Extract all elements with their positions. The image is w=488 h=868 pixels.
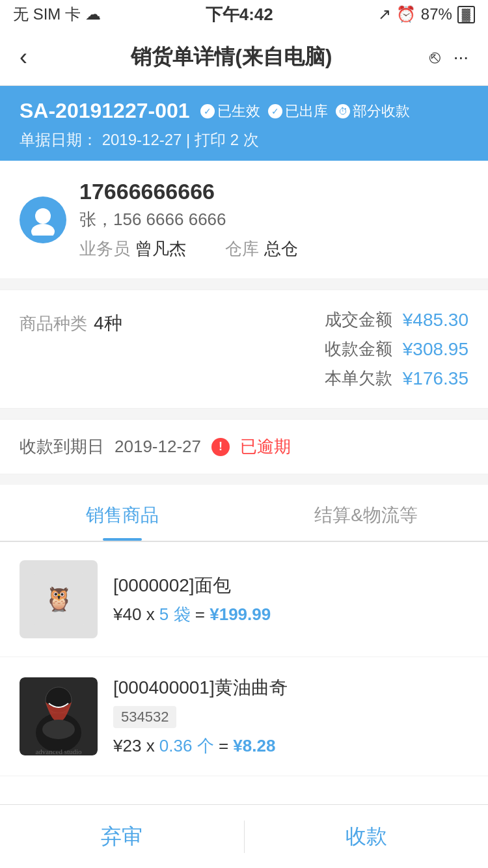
- tabs-section: 销售商品 结算&物流等: [0, 485, 488, 542]
- nav-bar: ‹ 销货单详情(来自电脑) ⎋ ···: [0, 29, 488, 86]
- warehouse: 仓库 总仓: [225, 237, 298, 260]
- date-label: 单据日期：: [20, 131, 98, 148]
- deal-value: ¥485.30: [403, 310, 468, 331]
- due-label: 收款到期日: [20, 435, 104, 458]
- status-right: ↗ ⏰ 87% ▓: [378, 5, 475, 23]
- order-header-banner: SA-20191227-001 ✓ 已生效 ✓ 已出库 ⏱ 部分收款: [0, 86, 488, 161]
- tab-settlement[interactable]: 结算&物流等: [244, 485, 488, 541]
- debt-amount-line: 本单欠款 ¥176.35: [325, 367, 468, 390]
- financial-stats: 成交金额 ¥485.30 收款金额 ¥308.95 本单欠款 ¥176.35: [325, 308, 468, 390]
- due-date: 2019-12-27: [115, 437, 201, 457]
- price-x-2: x: [146, 736, 159, 755]
- stats-row: 商品种类 4种 成交金额 ¥485.30 收款金额 ¥308.95 本单欠款 ¥…: [20, 308, 468, 390]
- clock-icon-payment: ⏱: [336, 104, 350, 118]
- nav-actions: ⎋ ···: [429, 47, 468, 68]
- check-icon-shipped: ✓: [268, 104, 282, 118]
- price-base-1: ¥40: [113, 604, 141, 624]
- debt-value: ¥176.35: [403, 368, 468, 389]
- price-total-2: ¥8.28: [233, 736, 275, 755]
- tab-products[interactable]: 销售商品: [0, 485, 244, 541]
- due-date-section: 收款到期日 2019-12-27 ! 已逾期: [0, 419, 488, 474]
- reject-button[interactable]: 弃审: [0, 809, 244, 864]
- customer-id: 17666666666: [79, 179, 468, 204]
- svg-text:🦉: 🦉: [44, 585, 74, 613]
- product-info-1: [0000002]面包 ¥40 x 5 袋 = ¥199.99: [113, 573, 468, 626]
- status-time: 下午4:42: [206, 3, 273, 26]
- customer-info: 17666666666 张，156 6666 6666 业务员 曾凡杰 仓库 总…: [79, 179, 468, 260]
- share-button[interactable]: ⎋: [429, 47, 441, 68]
- alarm-icon: ⏰: [396, 5, 416, 23]
- badge-shipped: ✓ 已出库: [268, 102, 328, 121]
- back-button[interactable]: ‹: [13, 37, 34, 77]
- header-row1: SA-20191227-001 ✓ 已生效 ✓ 已出库 ⏱ 部分收款: [20, 99, 468, 123]
- tab-products-label: 销售商品: [86, 505, 159, 525]
- svg-point-0: [35, 208, 51, 224]
- tabs-row: 销售商品 结算&物流等: [0, 485, 488, 541]
- avatar-icon: [27, 204, 59, 236]
- price-qty-1: 5: [159, 604, 169, 624]
- print-info: | 打印 2 次: [186, 131, 259, 148]
- product-sku-2: 534532: [113, 706, 176, 728]
- customer-row: 17666666666 张，156 6666 6666 业务员 曾凡杰 仓库 总…: [20, 179, 468, 260]
- bottom-bar: 弃审 收款: [0, 804, 488, 868]
- battery-label: 87%: [421, 5, 452, 23]
- more-button[interactable]: ···: [454, 47, 468, 68]
- product-price-2: ¥23 x 0.36 个 = ¥8.28: [113, 735, 468, 757]
- check-icon-effective: ✓: [200, 104, 215, 118]
- header-date-row: 单据日期： 2019-12-27 | 打印 2 次: [20, 129, 468, 150]
- overdue-icon: !: [211, 438, 230, 456]
- received-amount-line: 收款金额 ¥308.95: [325, 338, 468, 360]
- product-price-1: ¥40 x 5 袋 = ¥199.99: [113, 603, 468, 626]
- sales-value: 曾凡杰: [135, 237, 186, 260]
- category-stats: 商品种类 4种: [20, 308, 122, 336]
- sales-person: 业务员 曾凡杰: [79, 237, 186, 260]
- customer-name-phone: 张，156 6666 6666: [79, 208, 468, 231]
- warehouse-label: 仓库: [225, 237, 259, 260]
- product-thumbnail-icon-1: 🦉: [33, 573, 85, 625]
- customer-meta: 业务员 曾凡杰 仓库 总仓: [79, 237, 468, 260]
- order-date: 2019-12-27: [102, 131, 182, 148]
- status-left: 无 SIM 卡 ☁: [13, 4, 101, 25]
- price-unit-1: 袋: [174, 604, 191, 624]
- order-number: SA-20191227-001: [20, 99, 190, 123]
- price-eq-2: =: [219, 736, 233, 755]
- tab-settlement-label: 结算&物流等: [314, 505, 418, 525]
- customer-section: 17666666666 张，156 6666 6666 业务员 曾凡杰 仓库 总…: [0, 161, 488, 279]
- svg-point-1: [31, 224, 55, 236]
- product-name-1: [0000002]面包: [113, 573, 468, 598]
- status-badges: ✓ 已生效 ✓ 已出库 ⏱ 部分收款: [200, 102, 410, 121]
- price-eq-1: =: [195, 604, 210, 624]
- deal-label: 成交金额: [325, 308, 392, 331]
- overdue-text: 已逾期: [240, 435, 291, 458]
- sim-label: 无 SIM 卡 ☁: [13, 4, 101, 25]
- product-image-1: 🦉: [20, 560, 98, 638]
- battery-icon: ▓: [457, 6, 475, 23]
- price-base-2: ¥23: [113, 736, 141, 755]
- confirm-payment-button[interactable]: 收款: [245, 809, 489, 864]
- received-value: ¥308.95: [403, 339, 468, 360]
- svg-text:advanced studio: advanced studio: [35, 748, 82, 755]
- product-item: 🦉 [0000002]面包 ¥40 x 5 袋 = ¥199.99: [0, 542, 488, 657]
- page-title: 销货单详情(来自电脑): [34, 43, 429, 72]
- sales-label: 业务员: [79, 237, 130, 260]
- category-value: 4种: [94, 311, 122, 336]
- deal-amount-line: 成交金额 ¥485.30: [325, 308, 468, 331]
- price-qty-2: 0.36: [159, 736, 193, 755]
- category-label: 商品种类: [20, 312, 87, 335]
- debt-label: 本单欠款: [325, 367, 392, 390]
- product-name-2: [000400001]黄油曲奇: [113, 675, 468, 700]
- price-total-1: ¥199.99: [210, 604, 271, 624]
- svg-point-7: [42, 720, 75, 739]
- badge-effective: ✓ 已生效: [200, 102, 260, 121]
- product-thumbnail-2: advanced studio: [20, 677, 98, 755]
- price-x-1: x: [146, 604, 159, 624]
- warehouse-value: 总仓: [264, 237, 298, 260]
- location-icon: ↗: [378, 5, 391, 23]
- avatar: [20, 197, 66, 243]
- product-image-2: advanced studio: [20, 677, 98, 755]
- products-section: 🦉 [0000002]面包 ¥40 x 5 袋 = ¥199.99: [0, 542, 488, 841]
- product-info-2: [000400001]黄油曲奇 534532 ¥23 x 0.36 个 = ¥8…: [113, 675, 468, 757]
- received-label: 收款金额: [325, 338, 392, 360]
- price-unit-2: 个: [197, 736, 214, 755]
- status-bar: 无 SIM 卡 ☁ 下午4:42 ↗ ⏰ 87% ▓: [0, 0, 488, 29]
